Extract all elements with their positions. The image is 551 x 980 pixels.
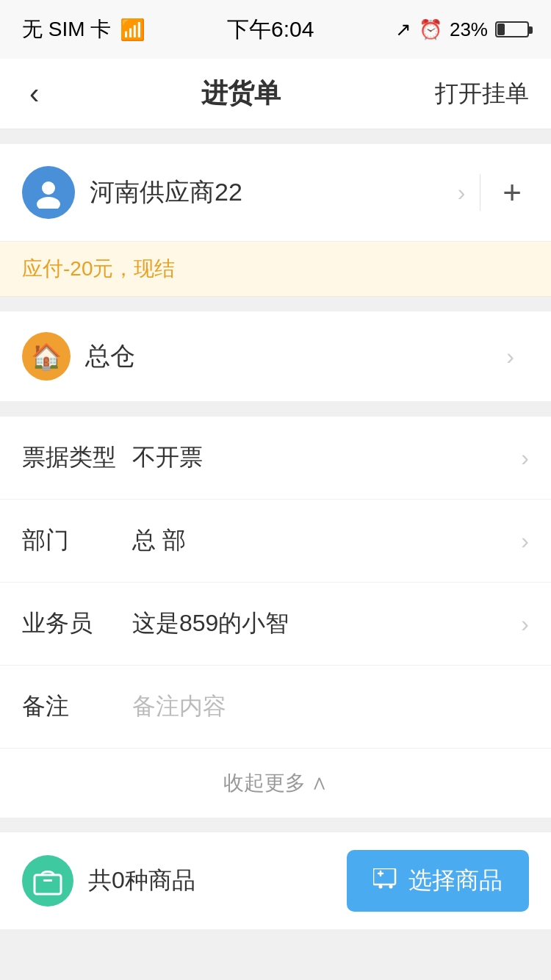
fields-section: 票据类型 不开票 › 部门 总 部 › 业务员 这是859的小智 › 备注 备注… bbox=[0, 416, 551, 818]
field-label-invoice-type: 票据类型 bbox=[22, 442, 118, 474]
section-gap-3 bbox=[0, 401, 551, 416]
svg-rect-3 bbox=[43, 879, 52, 882]
status-carrier: 无 SIM 卡 📶 bbox=[22, 15, 145, 43]
carrier-text: 无 SIM 卡 bbox=[22, 15, 111, 43]
status-time: 下午6:04 bbox=[227, 15, 314, 45]
field-chevron-salesperson: › bbox=[521, 610, 529, 638]
warehouse-name: 总仓 bbox=[85, 339, 506, 373]
add-supplier-button[interactable]: + bbox=[495, 174, 529, 211]
product-icon-wrap bbox=[22, 855, 73, 907]
alert-text: 应付-20元，现结 bbox=[22, 257, 175, 280]
warehouse-section: 🏠 总仓 › bbox=[0, 311, 551, 401]
page-title: 进货单 bbox=[201, 76, 281, 112]
field-label-remark: 备注 bbox=[22, 691, 118, 723]
alarm-icon: ⏰ bbox=[419, 18, 442, 41]
field-row-invoice-type[interactable]: 票据类型 不开票 › bbox=[0, 416, 551, 499]
cart-plus-icon bbox=[373, 868, 400, 889]
open-pending-button[interactable]: 打开挂单 bbox=[435, 78, 529, 110]
svg-point-0 bbox=[42, 181, 55, 195]
select-product-icon bbox=[373, 868, 400, 895]
location-icon: ↗ bbox=[395, 18, 411, 41]
alert-banner: 应付-20元，现结 bbox=[0, 242, 551, 297]
collapse-label: 收起更多 ∧ bbox=[223, 769, 328, 797]
warehouse-row[interactable]: 🏠 总仓 › bbox=[0, 311, 551, 401]
field-label-department: 部门 bbox=[22, 525, 118, 557]
field-row-remark[interactable]: 备注 备注内容 bbox=[0, 665, 551, 748]
status-bar: 无 SIM 卡 📶 下午6:04 ↗ ⏰ 23% bbox=[0, 0, 551, 59]
collapse-button[interactable]: 收起更多 ∧ bbox=[0, 748, 551, 818]
svg-point-5 bbox=[379, 884, 383, 888]
warehouse-icon-wrap: 🏠 bbox=[22, 332, 71, 381]
field-value-invoice-type: 不开票 bbox=[118, 442, 521, 474]
svg-rect-4 bbox=[373, 868, 395, 884]
warehouse-chevron-icon: › bbox=[506, 343, 514, 370]
vertical-divider bbox=[480, 174, 480, 211]
warehouse-icon: 🏠 bbox=[31, 342, 62, 371]
field-value-department: 总 部 bbox=[118, 525, 521, 557]
battery-icon bbox=[495, 21, 529, 37]
select-product-button[interactable]: 选择商品 bbox=[347, 850, 529, 912]
supplier-row[interactable]: 河南供应商22 › + bbox=[0, 144, 551, 242]
product-count-label: 共0种商品 bbox=[88, 865, 347, 897]
section-gap-1 bbox=[0, 129, 551, 144]
person-icon bbox=[32, 176, 65, 209]
wifi-icon: 📶 bbox=[120, 18, 145, 42]
field-label-salesperson: 业务员 bbox=[22, 608, 118, 640]
select-product-label: 选择商品 bbox=[408, 865, 503, 897]
supplier-section: 河南供应商22 › + 应付-20元，现结 bbox=[0, 144, 551, 297]
svg-rect-2 bbox=[35, 875, 61, 894]
battery-percentage: 23% bbox=[450, 18, 488, 41]
field-chevron-invoice-type: › bbox=[521, 444, 529, 472]
supplier-chevron-icon: › bbox=[458, 179, 466, 206]
status-indicators: ↗ ⏰ 23% bbox=[395, 18, 529, 41]
supplier-avatar bbox=[22, 166, 75, 219]
field-value-remark: 备注内容 bbox=[118, 691, 529, 723]
supplier-name: 河南供应商22 bbox=[90, 176, 458, 209]
back-button[interactable]: ‹ bbox=[22, 70, 46, 118]
nav-bar: ‹ 进货单 打开挂单 bbox=[0, 59, 551, 129]
product-icon bbox=[32, 865, 64, 897]
section-gap-2 bbox=[0, 297, 551, 311]
product-bar: 共0种商品 选择商品 bbox=[0, 832, 551, 929]
field-row-department[interactable]: 部门 总 部 › bbox=[0, 499, 551, 582]
svg-point-6 bbox=[389, 884, 393, 888]
field-value-salesperson: 这是859的小智 bbox=[118, 608, 521, 640]
field-row-salesperson[interactable]: 业务员 这是859的小智 › bbox=[0, 582, 551, 665]
field-chevron-department: › bbox=[521, 527, 529, 555]
svg-point-1 bbox=[37, 197, 60, 209]
